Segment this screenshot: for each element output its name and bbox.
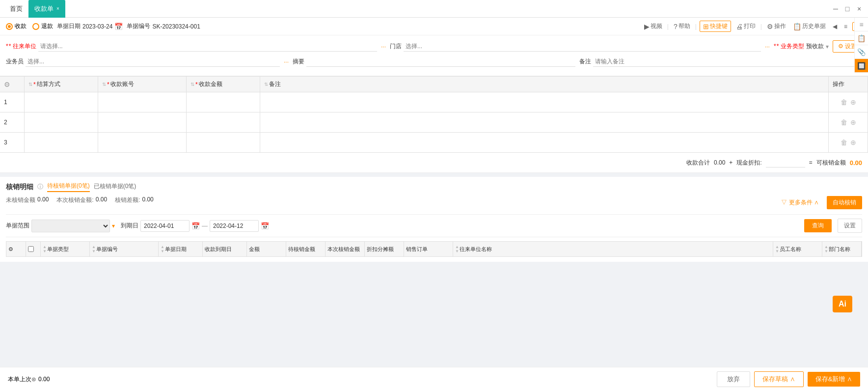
remark-label: 备注 <box>579 57 591 66</box>
td-account-1[interactable] <box>98 92 187 112</box>
td-amount-3[interactable] <box>187 133 260 152</box>
counterpart-dots[interactable]: ··· <box>381 43 386 50</box>
table-row: 3 🗑 ⊕ <box>0 133 868 153</box>
radio-receive[interactable]: 收款 <box>6 22 27 30</box>
panel-icon-attach[interactable]: 📎 <box>855 45 868 59</box>
sort-payment-icon: ⇅ <box>28 82 32 87</box>
counterpart-label: ** 往来单位 <box>6 42 36 51</box>
bth-employee-label: 员工名称 <box>780 246 801 253</box>
maximize-btn[interactable]: □ <box>842 4 852 14</box>
remark-input[interactable] <box>593 56 862 67</box>
history-action[interactable]: 📋 历史单据 <box>791 21 828 31</box>
counterpart-field: ** 往来单位 ··· <box>6 41 386 52</box>
help-action[interactable]: ? 帮助 <box>672 21 692 31</box>
auto-nuclear-button[interactable]: 自动核销 <box>827 196 862 209</box>
panel-icon-table[interactable]: ≡ <box>855 18 868 31</box>
delete-row-1-icon[interactable]: 🗑 <box>841 98 847 106</box>
help-label: 帮助 <box>678 22 690 30</box>
search-settings-button[interactable]: 设置 <box>838 219 862 233</box>
td-amount-2[interactable] <box>187 112 260 132</box>
operation-action[interactable]: ⚙ 操作 <box>765 21 788 31</box>
discount-input[interactable] <box>766 158 805 168</box>
salesperson-input[interactable] <box>26 56 280 67</box>
bth-billno-label: 单据编号 <box>96 246 118 253</box>
bth-discount: 折扣分摊额 <box>365 242 404 256</box>
bottom-table-header: ⚙ ▲▼ 单据类型 ▲▼ 单据编号 ▲▼ 单据日期 收款到期日 金额 待核销金额… <box>6 241 862 257</box>
date-to-calendar-icon[interactable]: 📅 <box>261 222 269 230</box>
td-remark-2[interactable] <box>260 112 829 132</box>
stat-unclaimed: 未核销金额 0.00 <box>6 196 49 209</box>
sort-counterpart-icon: ▲▼ <box>455 245 459 253</box>
bth-amount: 金额 <box>247 242 286 256</box>
select-all-checkbox[interactable] <box>28 246 34 252</box>
total-value: 0.00 <box>714 159 725 166</box>
td-remark-1[interactable] <box>260 92 829 112</box>
receipt-type-group: 收款 退款 <box>6 22 53 30</box>
nuclear-info-icon[interactable]: ⓘ <box>37 183 43 191</box>
date-from-input[interactable] <box>140 220 190 232</box>
salesperson-dots[interactable]: ··· <box>284 58 289 65</box>
history-label: 历史单据 <box>802 22 826 30</box>
receipt-tab[interactable]: 收款单 × <box>28 0 65 18</box>
business-type-field: ** 业务类型 预收款 ▾ <box>774 42 829 51</box>
radio-refund[interactable]: 退款 <box>32 22 53 30</box>
nuclear-tab-done[interactable]: 已核销单据(0笔) <box>94 182 136 192</box>
business-type-arrow[interactable]: ▾ <box>826 43 829 50</box>
td-account-3[interactable] <box>98 133 187 152</box>
query-button[interactable]: 查询 <box>804 219 832 232</box>
print-action[interactable]: 🖨 打印 <box>734 21 758 31</box>
bth-discount-label: 折扣分摊额 <box>367 246 394 253</box>
copy-row-3-icon[interactable]: ⊕ <box>850 139 856 146</box>
store-dots[interactable]: ··· <box>765 43 770 50</box>
window-controls: ─ □ × <box>831 4 864 14</box>
summary-label: 摘要 <box>293 57 304 66</box>
delete-row-2-icon[interactable]: 🗑 <box>841 118 847 126</box>
bth-settings[interactable]: ⚙ <box>6 242 26 256</box>
print-label: 打印 <box>744 22 756 30</box>
date-calendar-icon[interactable]: 📅 <box>114 23 123 30</box>
date-from-label: 到期日 <box>121 222 138 230</box>
list-view-icon[interactable]: ≡ <box>842 22 849 31</box>
close-tab-icon[interactable]: × <box>56 6 59 11</box>
stat-thistime-value: 0.00 <box>96 196 107 209</box>
prev-icon[interactable]: ◀ <box>831 22 839 31</box>
home-tab[interactable]: 首页 <box>4 0 28 18</box>
nuclear-tab-pending[interactable]: 待核销单据(0笔) <box>47 182 90 192</box>
table-gear-icon[interactable]: ⚙ <box>4 81 10 88</box>
store-input[interactable] <box>404 41 761 52</box>
bill-no-value[interactable]: SK-20230324-001 <box>152 23 200 30</box>
bth-checkbox[interactable] <box>26 242 41 256</box>
close-window-btn[interactable]: × <box>854 4 864 14</box>
td-payment-1[interactable] <box>25 92 98 112</box>
counterpart-input[interactable] <box>38 41 377 52</box>
date-from-calendar-icon[interactable]: 📅 <box>191 222 200 230</box>
delete-row-3-icon[interactable]: 🗑 <box>841 139 847 146</box>
panel-icon-docs[interactable]: 📋 <box>855 31 868 45</box>
range-label: 单据范围 <box>6 222 29 230</box>
bth-type: ▲▼ 单据类型 <box>41 242 90 256</box>
stat-diff-value: 0.00 <box>142 196 153 209</box>
td-remark-3[interactable] <box>260 133 829 152</box>
more-conditions-btn[interactable]: ▽ 更多条件 ∧ <box>781 196 819 209</box>
shortcut-icon: ⊞ <box>703 23 709 30</box>
date-value[interactable]: 2023-03-24 <box>82 23 112 30</box>
td-payment-2[interactable] <box>25 112 98 132</box>
shortcut-action[interactable]: ⊞ 快捷键 <box>700 21 731 32</box>
panel-icon-screenshot[interactable]: 🔲 <box>855 59 868 73</box>
bth-bill-no: ▲▼ 单据编号 <box>90 242 159 256</box>
range-select[interactable] <box>31 220 110 232</box>
minimize-btn[interactable]: ─ <box>831 4 841 14</box>
td-payment-3[interactable] <box>25 133 98 152</box>
video-action[interactable]: ▶ 视频 <box>642 21 664 31</box>
help-icon: ? <box>674 23 678 30</box>
date-to-input[interactable] <box>210 220 259 232</box>
summary-input[interactable] <box>306 56 575 67</box>
th-settings[interactable]: ⚙ <box>0 77 25 92</box>
copy-row-1-icon[interactable]: ⊕ <box>850 98 856 106</box>
stat-this-time: 本次核销金额: 0.00 <box>56 196 107 209</box>
date-label: 单据日期 <box>57 22 81 30</box>
td-amount-1[interactable] <box>187 92 260 112</box>
copy-row-2-icon[interactable]: ⊕ <box>850 118 856 126</box>
bottom-gear-icon[interactable]: ⚙ <box>8 246 13 252</box>
td-account-2[interactable] <box>98 112 187 132</box>
